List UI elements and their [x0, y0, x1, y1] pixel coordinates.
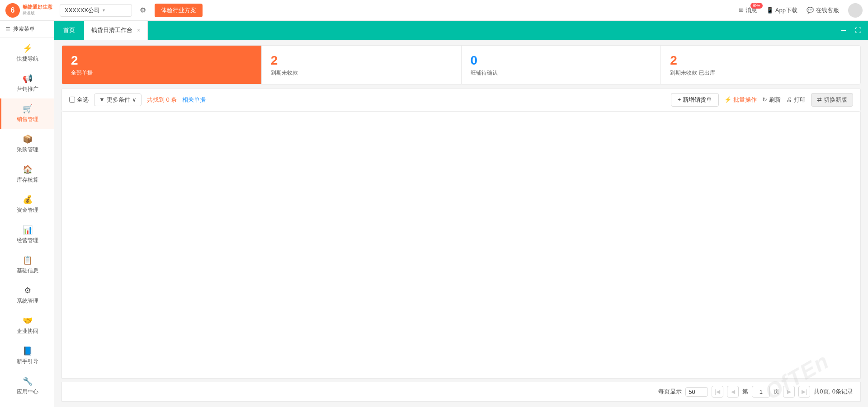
add-sale-order-button[interactable]: + 新增销货单 — [671, 93, 719, 107]
jichu-icon: 📋 — [23, 255, 33, 265]
sidebar-item-jingying[interactable]: 📊 经营管理 — [0, 220, 54, 250]
print-button[interactable]: 🖨 打印 — [786, 96, 806, 104]
logo-text: 畅捷通好生意 标准版 — [23, 4, 52, 16]
stat-number-overdue: 2 — [271, 53, 452, 68]
main-layout: ☰ 搜索菜单 ⚡ 快捷导航 📢 营销推广 🛒 销售管理 📦 采购管理 🏠 库存核… — [0, 21, 868, 407]
qiye-icon: 🤝 — [23, 316, 33, 326]
sidebar-item-xinshou[interactable]: 📘 新手引导 — [0, 341, 54, 371]
xitong-icon: ⚙ — [24, 285, 31, 295]
switch-label: 切换新版 — [824, 96, 847, 104]
sidebar: ☰ 搜索菜单 ⚡ 快捷导航 📢 营销推广 🛒 销售管理 📦 采购管理 🏠 库存核… — [0, 21, 54, 407]
caigou-icon: 📦 — [23, 134, 33, 144]
online-service-item[interactable]: 💬 在线客服 — [807, 6, 839, 14]
sidebar-search[interactable]: ☰ 搜索菜单 — [0, 21, 54, 38]
company-name: XXXXXX公司 — [65, 6, 100, 14]
sidebar-item-qiye[interactable]: 🤝 企业协同 — [0, 310, 54, 341]
sidebar-item-jichu[interactable]: 📋 基础信息 — [0, 250, 54, 280]
sidebar-label-xiaoshou: 销售管理 — [17, 116, 38, 123]
filter-icon: ▼ — [99, 96, 105, 103]
main-content: 2 全部单据 2 到期未收款 0 旺辅待确认 2 到期未收款 已出库 — [54, 40, 868, 407]
stat-number-wangfu: 0 — [471, 53, 652, 68]
select-all-label: 全选 — [77, 96, 89, 104]
sidebar-item-kuaijie[interactable]: ⚡ 快捷导航 — [0, 38, 54, 68]
stat-card-wangfu[interactable]: 0 旺辅待确认 — [462, 46, 661, 84]
toolbar: 全选 ▼ 更多条件 ∨ 共找到 0 条 相关单据 + 新增销货单 ⚡ — [61, 88, 861, 112]
sidebar-item-xiaoshou[interactable]: 🛒 销售管理 — [0, 98, 54, 129]
online-service-icon: 💬 — [807, 7, 814, 14]
online-service-label: 在线客服 — [816, 6, 839, 14]
print-label: 打印 — [794, 96, 806, 104]
sidebar-item-yingxiao[interactable]: 📢 营销推广 — [0, 68, 54, 98]
first-page-button[interactable]: |◀ — [712, 386, 723, 398]
tab-maximize-button[interactable]: ⛶ — [852, 24, 864, 37]
yingxiao-icon: 📢 — [23, 74, 33, 84]
experience-button[interactable]: 体验行业方案 — [155, 4, 203, 17]
sidebar-label-xitong: 系统管理 — [17, 297, 38, 305]
chevron-down-icon: ▾ — [103, 8, 105, 13]
sidebar-item-caigou[interactable]: 📦 采购管理 — [0, 129, 54, 159]
batch-operation-button[interactable]: ⚡ 批量操作 — [724, 96, 757, 104]
search-icon: ☰ — [5, 26, 10, 33]
toolbar-right: + 新增销货单 ⚡ 批量操作 ↻ 刷新 🖨 打印 ⇄ — [671, 93, 853, 107]
select-all-checkbox[interactable]: 全选 — [69, 96, 89, 104]
related-orders-link[interactable]: 相关单据 — [182, 96, 206, 104]
batch-icon: ⚡ — [724, 96, 731, 103]
sidebar-item-yingyong[interactable]: 🔧 应用中心 — [0, 371, 54, 401]
filter-button[interactable]: ▼ 更多条件 ∨ — [94, 94, 142, 106]
tab-controls: ─ ⛶ — [837, 24, 868, 37]
prev-page-button[interactable]: ◀ — [727, 386, 739, 398]
message-item[interactable]: ✉ 消息 99+ — [739, 6, 757, 14]
logo-subtitle: 标准版 — [23, 10, 52, 16]
stat-card-chuku[interactable]: 2 到期未收款 已出库 — [661, 46, 860, 84]
tab-label: 钱货日清工作台 — [91, 26, 132, 34]
stat-card-overdue[interactable]: 2 到期未收款 — [262, 46, 462, 84]
zijin-icon: 💰 — [23, 195, 33, 205]
page-size-select[interactable]: 50 10 20 100 — [685, 387, 708, 397]
refresh-label: 刷新 — [769, 96, 781, 104]
logo-area: 6 畅捷通好生意 标准版 — [5, 3, 60, 18]
sidebar-label-caigou: 采购管理 — [17, 146, 38, 154]
sidebar-item-zijin[interactable]: 💰 资金管理 — [0, 189, 54, 220]
sidebar-item-xitong[interactable]: ⚙ 系统管理 — [0, 280, 54, 310]
app-download-item[interactable]: 📱 App下载 — [766, 6, 797, 14]
refresh-button[interactable]: ↻ 刷新 — [762, 96, 781, 104]
found-unit: 条 — [171, 96, 177, 103]
tab-qianhuoricingongzuotai[interactable]: 钱货日清工作台 × — [84, 21, 148, 40]
next-page-button[interactable]: ▶ — [783, 386, 795, 398]
header-right: ✉ 消息 99+ 📱 App下载 💬 在线客服 — [739, 3, 863, 18]
table-area — [61, 112, 861, 379]
sidebar-item-weixin[interactable]: 💬 企业微信 — [0, 401, 54, 407]
sidebar-label-kucun: 库存核算 — [17, 176, 38, 184]
page-number-input[interactable] — [752, 386, 770, 398]
avatar-area[interactable] — [848, 3, 863, 18]
xinshou-icon: 📘 — [23, 346, 33, 356]
message-badge: 99+ — [750, 3, 763, 9]
avatar — [848, 3, 863, 18]
tab-close-icon[interactable]: × — [137, 27, 140, 33]
stat-label-overdue: 到期未收款 — [271, 69, 452, 77]
batch-label: 批量操作 — [733, 96, 757, 104]
company-selector[interactable]: XXXXXX公司 ▾ — [60, 4, 132, 17]
sidebar-item-kucun[interactable]: 🏠 库存核算 — [0, 159, 54, 189]
filter-chevron-icon: ∨ — [132, 96, 137, 103]
page-label2: 页 — [774, 388, 779, 396]
pagination-bar: 每页显示 50 10 20 100 |◀ ◀ 第 页 ▶ ▶| 共0页, 0条记… — [61, 382, 861, 402]
tab-minimize-button[interactable]: ─ — [837, 24, 850, 37]
stat-card-all[interactable]: 2 全部单据 — [62, 46, 262, 84]
settings-button[interactable]: ⚙ — [136, 3, 150, 18]
sidebar-label-kuaijie: 快捷导航 — [17, 55, 38, 63]
found-prefix: 共找到 — [147, 96, 165, 103]
tab-home[interactable]: 首页 — [54, 21, 84, 40]
stat-label-wangfu: 旺辅待确认 — [471, 69, 652, 77]
app-download-label: App下载 — [775, 6, 797, 14]
stat-label-chuku: 到期未收款 已出库 — [670, 69, 851, 77]
xiaoshou-icon: 🛒 — [23, 104, 33, 114]
app-download-icon: 📱 — [766, 7, 774, 14]
app-logo-icon: 6 — [5, 3, 20, 18]
last-page-button[interactable]: ▶| — [798, 386, 810, 398]
sidebar-label-qiye: 企业协同 — [17, 327, 38, 335]
checkbox-input[interactable] — [69, 97, 75, 103]
kuaijie-icon: ⚡ — [23, 43, 33, 53]
switch-new-version-button[interactable]: ⇄ 切换新版 — [811, 93, 853, 107]
kucun-icon: 🏠 — [23, 164, 33, 174]
